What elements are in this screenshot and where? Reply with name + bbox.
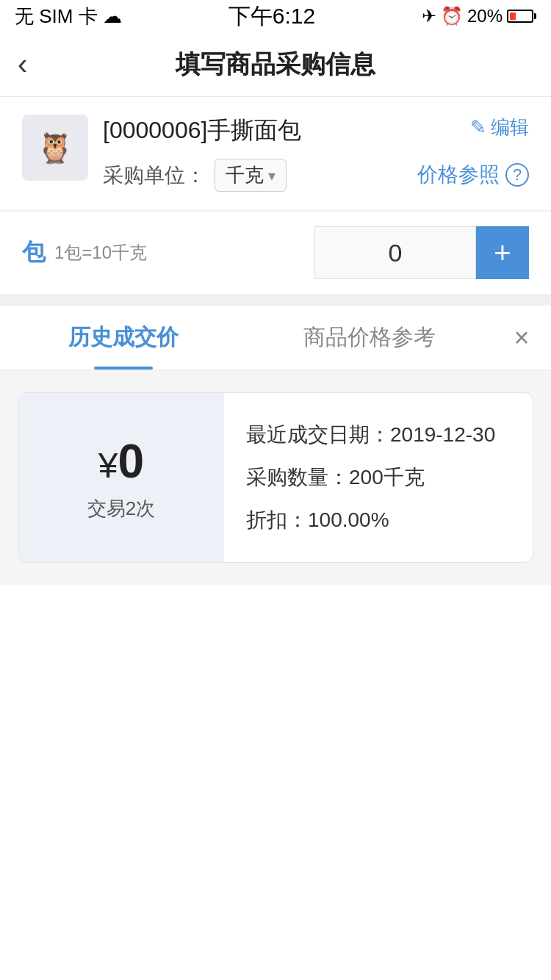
recent-date-label: 最近成交日期： (246, 423, 390, 446)
price-amount: ¥0 (98, 434, 144, 489)
quantity-section: 包 1包=10千克 + (0, 211, 551, 294)
tab-active-indicator (94, 367, 153, 370)
product-header: 🦉 [0000006]手撕面包 采购单位： 千克 ▾ ✎ 编辑 价格参照 (22, 115, 529, 192)
price-value: 0 (118, 435, 145, 488)
product-logo-icon: 🦉 (37, 131, 73, 165)
tab-history-price[interactable]: 历史成交价 (0, 306, 246, 370)
edit-button[interactable]: ✎ 编辑 (470, 115, 529, 140)
discount-value: 100.00% (308, 508, 389, 531)
price-card-left: ¥0 交易2次 (18, 393, 224, 562)
purchase-qty-value: 200千克 (349, 466, 425, 489)
status-bar: 无 SIM 卡 ☁ 下午6:12 ✈ ⏰ 20% (0, 0, 551, 32)
product-info: [0000006]手撕面包 采购单位： 千克 ▾ (103, 115, 301, 192)
tab-product-price[interactable]: 商品价格参考 (246, 306, 492, 370)
status-time: 下午6:12 (228, 1, 315, 32)
tab-history-label: 历史成交价 (68, 323, 179, 353)
alarm-icon: ⏰ (441, 6, 463, 26)
status-right: ✈ ⏰ 20% (422, 6, 536, 26)
unit-conversion: 1包=10千克 (54, 241, 147, 264)
edit-icon: ✎ (470, 116, 486, 139)
product-left: 🦉 [0000006]手撕面包 采购单位： 千克 ▾ (22, 115, 301, 192)
battery-icon (507, 10, 536, 23)
page-title: 填写商品采购信息 (176, 48, 375, 82)
unit-value: 千克 (226, 162, 264, 188)
recent-date-row: 最近成交日期：2019-12-30 (246, 419, 511, 450)
tab-close-button[interactable]: × (492, 323, 551, 353)
quantity-input[interactable] (314, 226, 476, 279)
price-ref-label: 价格参照 (417, 161, 500, 189)
status-left: 无 SIM 卡 ☁ (15, 4, 122, 29)
location-icon: ✈ (422, 6, 436, 26)
purchase-unit-row: 采购单位： 千克 ▾ (103, 159, 301, 192)
unit-dropdown[interactable]: 千克 ▾ (215, 159, 287, 192)
help-circle-icon: ? (505, 163, 529, 187)
dropdown-arrow-icon: ▾ (268, 167, 276, 184)
quantity-control: + (314, 226, 529, 279)
price-card-right: 最近成交日期：2019-12-30 采购数量：200千克 折扣：100.00% (224, 393, 533, 562)
unit-name: 包 (22, 237, 46, 269)
unit-label: 包 1包=10千克 (22, 237, 147, 269)
tab-bar: 历史成交价 商品价格参考 × (0, 306, 551, 370)
back-button[interactable]: ‹ (18, 48, 27, 81)
recent-date-value: 2019-12-30 (390, 423, 495, 446)
product-thumbnail: 🦉 (22, 115, 88, 181)
purchase-qty-label: 采购数量： (246, 466, 349, 489)
product-name: [0000006]手撕面包 (103, 115, 301, 147)
discount-row: 折扣：100.00% (246, 505, 511, 536)
quantity-plus-button[interactable]: + (476, 226, 529, 279)
bottom-area (0, 585, 551, 980)
price-reference-button[interactable]: 价格参照 ? (417, 161, 529, 189)
battery-percent: 20% (467, 6, 503, 26)
discount-label: 折扣： (246, 508, 308, 531)
purchase-unit-label: 采购单位： (103, 162, 206, 190)
yen-symbol: ¥ (98, 446, 118, 485)
tab-product-label: 商品价格参考 (303, 323, 436, 353)
price-reference-section: ¥0 交易2次 最近成交日期：2019-12-30 采购数量：200千克 折扣：… (0, 370, 551, 585)
nav-header: ‹ 填写商品采购信息 (0, 32, 551, 97)
product-card: 🦉 [0000006]手撕面包 采购单位： 千克 ▾ ✎ 编辑 价格参照 (0, 97, 551, 209)
price-card: ¥0 交易2次 最近成交日期：2019-12-30 采购数量：200千克 折扣：… (18, 392, 533, 563)
purchase-qty-row: 采购数量：200千克 (246, 462, 511, 493)
section-divider (0, 294, 551, 306)
edit-label: 编辑 (491, 115, 529, 140)
trade-count: 交易2次 (87, 496, 155, 522)
sim-label: 无 SIM 卡 ☁ (15, 4, 122, 29)
